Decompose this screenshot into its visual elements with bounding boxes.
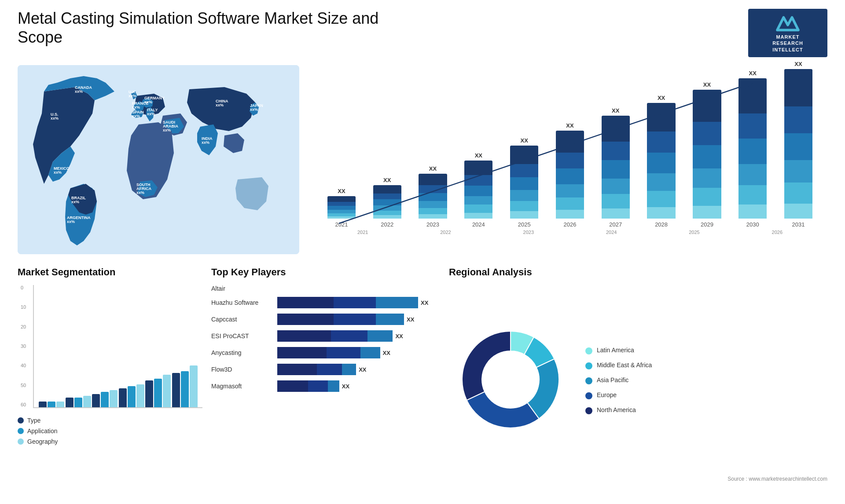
player-row-5: Flow3DXX: [211, 363, 440, 376]
player-bar-seg: [308, 380, 328, 392]
player-xx-label: XX: [395, 333, 403, 340]
svg-text:xx%: xx%: [250, 107, 258, 112]
regional-legend-item-1: Middle East & Africa: [585, 362, 652, 369]
map-svg: U.S. xx% CANADA xx% MEXICO xx% BRAZIL xx…: [18, 65, 299, 254]
stacked-bar-2030: [738, 78, 767, 219]
bar-seg: [510, 190, 538, 201]
segmentation-title: Market Segmentation: [18, 267, 202, 278]
seg-legend-label: Application: [27, 427, 58, 435]
player-bar: XX: [277, 296, 440, 309]
bar-seg: [647, 153, 675, 173]
player-bar-seg: [327, 347, 360, 358]
bar-seg: [784, 69, 812, 106]
regional-legend-item-3: Europe: [585, 391, 652, 399]
bar-seg: [373, 215, 401, 219]
player-bar: XX: [277, 330, 440, 342]
stacked-bar-2029: [693, 90, 721, 219]
players-section: Top Key Players AltairHuazhu SoftwareXXC…: [211, 267, 440, 482]
bar-seg: [419, 193, 447, 201]
player-bar-seg: [277, 330, 331, 342]
bar-seg: [693, 188, 721, 206]
bar-seg: [327, 206, 356, 210]
player-bar-seg: [277, 314, 334, 325]
regional-legend-label: Asia Pacific: [597, 376, 628, 383]
seg-bar: [110, 390, 118, 407]
bar-seg: [373, 199, 401, 205]
seg-bar: [74, 398, 82, 407]
bar-seg: [693, 90, 721, 122]
seg-x-label: 2026: [736, 230, 819, 235]
player-row-6: MagmasoftXX: [211, 380, 440, 392]
bar-year-label-2028: 2028: [655, 221, 668, 228]
bar-seg: [784, 183, 812, 204]
player-row-0: Altair: [211, 285, 440, 292]
seg-bar: [56, 402, 64, 407]
svg-text:xx%: xx%: [216, 103, 224, 107]
bar-seg: [419, 208, 447, 214]
regional-dot: [585, 347, 592, 354]
seg-y-label: 30: [21, 343, 26, 349]
bar-seg: [419, 174, 447, 185]
legend-dot: [18, 438, 24, 445]
player-name: Magmasoft: [211, 383, 273, 390]
top-row: U.S. xx% CANADA xx% MEXICO xx% BRAZIL xx…: [18, 65, 827, 254]
svg-text:xx%: xx%: [136, 190, 144, 195]
regional-legend-label: Middle East & Africa: [597, 362, 652, 369]
bar-seg: [602, 160, 630, 179]
legend-dot: [18, 428, 24, 434]
bar-group-2026: XX2026: [550, 122, 590, 228]
regional-legend-label: Europe: [597, 391, 617, 398]
bar-seg: [693, 168, 721, 188]
player-name: Flow3D: [211, 366, 273, 373]
bar-xx-label-2030: XX: [749, 70, 757, 77]
bar-group-2024: XX2024: [458, 152, 499, 228]
bar-seg: [556, 197, 584, 210]
bar-seg: [419, 185, 447, 193]
seg-x-label: 2023: [487, 230, 570, 235]
player-row-1: Huazhu SoftwareXX: [211, 296, 440, 309]
svg-text:xx%: xx%: [67, 219, 75, 224]
svg-text:xx%: xx%: [163, 128, 171, 132]
bar-xx-label-2026: XX: [566, 122, 573, 129]
seg-y-label: 0: [21, 285, 26, 290]
bar-seg: [464, 186, 492, 196]
regional-title: Regional Analysis: [449, 267, 827, 278]
bar-seg: [510, 177, 538, 190]
bar-xx-label-2022: XX: [383, 177, 391, 183]
regional-legend: Latin AmericaMiddle East & AfricaAsia Pa…: [585, 347, 652, 414]
player-bar-inner: [277, 330, 393, 342]
player-bar-seg: [367, 330, 393, 342]
bar-seg: [373, 194, 401, 200]
seg-x-label: 2022: [404, 230, 487, 235]
player-bar: XX: [277, 347, 440, 359]
player-bar: XX: [277, 313, 440, 325]
bar-group-2030: XX2030: [732, 70, 773, 228]
bar-seg: [647, 173, 675, 191]
donut-svg: [449, 318, 572, 441]
seg-bar: [145, 380, 153, 407]
bar-xx-label-2027: XX: [612, 107, 619, 114]
stacked-bar-2022: [373, 185, 401, 219]
player-bar-seg: [376, 314, 404, 325]
bar-seg: [464, 161, 492, 175]
donut-chart: [449, 318, 572, 443]
seg-legend: TypeApplicationGeography: [18, 417, 202, 445]
logo-icon: [775, 13, 801, 32]
bar-seg: [327, 213, 356, 216]
player-bar: XX: [277, 380, 440, 392]
stacked-bar-2021: [327, 196, 356, 219]
seg-bar: [136, 384, 144, 407]
seg-bar: [190, 365, 198, 407]
bar-seg: [464, 205, 492, 212]
bar-seg: [556, 168, 584, 184]
bar-seg: [738, 78, 767, 113]
seg-x-label: 2025: [653, 230, 735, 235]
bar-year-label-2026: 2026: [564, 221, 577, 228]
seg-y-label: 60: [21, 402, 26, 407]
seg-bar: [83, 396, 91, 407]
svg-text:xx%: xx%: [129, 94, 136, 98]
bar-seg: [373, 211, 401, 215]
bar-seg: [784, 160, 812, 183]
bar-seg: [647, 207, 675, 219]
source-text: Source : www.marketresearchintellect.com: [449, 476, 827, 482]
